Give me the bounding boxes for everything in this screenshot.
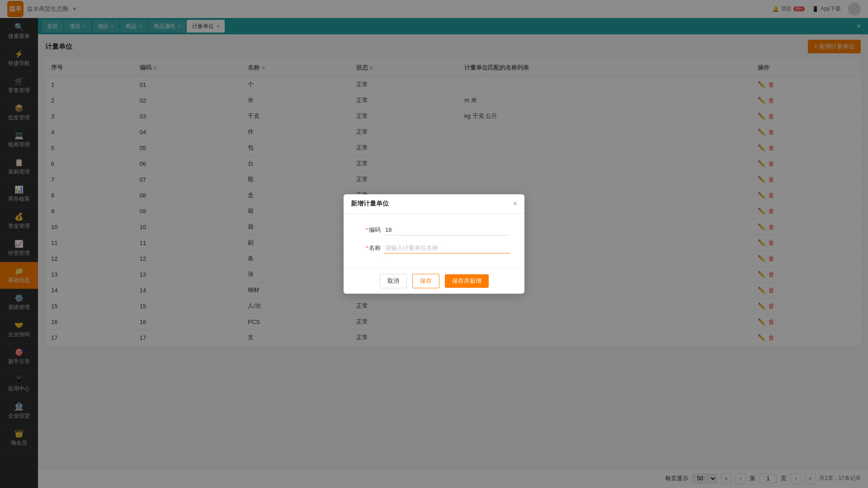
name-input[interactable] (384, 243, 510, 253)
modal-header: 新增计量单位 × (344, 194, 524, 214)
form-row-code: *编码 (358, 225, 510, 235)
modal-overlay[interactable]: 新增计量单位 × *编码 *名称 取消 保存 保存并新增 (0, 0, 868, 488)
save-add-button[interactable]: 保存并新增 (445, 274, 489, 288)
code-input[interactable] (384, 225, 510, 235)
cancel-button[interactable]: 取消 (380, 274, 407, 288)
form-row-name: *名称 (358, 243, 510, 253)
modal-body: *编码 *名称 (344, 214, 524, 268)
name-required: * (366, 244, 368, 251)
save-button[interactable]: 保存 (412, 274, 439, 288)
modal-title: 新增计量单位 (351, 200, 389, 208)
name-label: *名称 (358, 244, 381, 252)
modal-close-btn[interactable]: × (513, 200, 517, 208)
add-uom-modal: 新增计量单位 × *编码 *名称 取消 保存 保存并新增 (344, 194, 524, 294)
code-label: *编码 (358, 226, 381, 234)
modal-footer: 取消 保存 保存并新增 (344, 268, 524, 294)
code-required: * (366, 226, 368, 233)
